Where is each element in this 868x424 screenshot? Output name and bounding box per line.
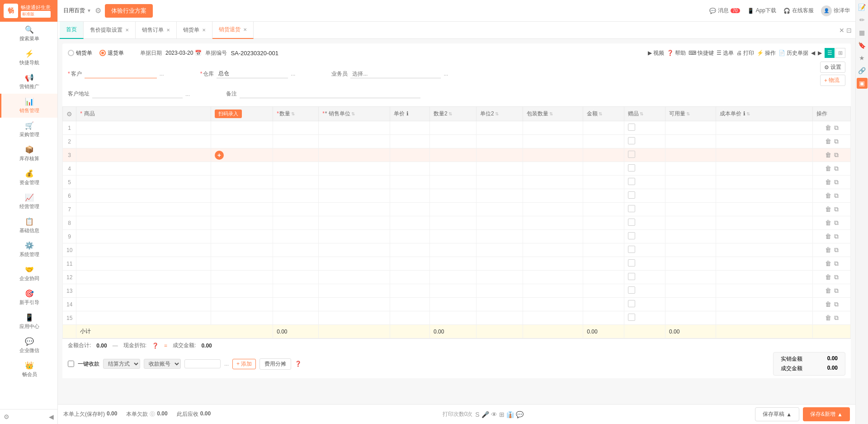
avail-cell[interactable] bbox=[665, 176, 716, 189]
qty-cell[interactable] bbox=[273, 148, 319, 162]
cost-cell[interactable] bbox=[716, 257, 813, 271]
grid-icon[interactable]: ⊞ bbox=[499, 411, 505, 418]
gift-checkbox[interactable] bbox=[628, 205, 635, 212]
customer-input[interactable] bbox=[85, 70, 157, 78]
sort-icon-qty2[interactable]: ⇅ bbox=[448, 111, 452, 116]
unit2-cell[interactable] bbox=[476, 257, 523, 271]
avail-cell[interactable] bbox=[665, 148, 716, 162]
list-view-btn[interactable]: ⊞ bbox=[835, 48, 845, 58]
sort-icon-gift[interactable]: ⇅ bbox=[640, 111, 643, 116]
gift-cell[interactable] bbox=[624, 271, 665, 284]
product-cell[interactable] bbox=[76, 216, 211, 230]
app-download-btn[interactable]: 📱 App下载 bbox=[747, 7, 776, 14]
qty-cell[interactable] bbox=[273, 203, 319, 216]
tab-sales-return[interactable]: 销货退货✕ bbox=[212, 22, 254, 39]
note-input[interactable] bbox=[240, 90, 420, 98]
gift-checkbox[interactable] bbox=[628, 219, 635, 226]
avail-cell[interactable] bbox=[665, 298, 716, 311]
message-btn[interactable]: 💬 消息 70 bbox=[709, 7, 740, 14]
avail-cell[interactable] bbox=[665, 243, 716, 257]
delete-row-icon[interactable]: 🗑 bbox=[825, 300, 831, 308]
gift-cell[interactable] bbox=[624, 257, 665, 271]
rp-edit-icon[interactable]: ✏ bbox=[857, 14, 868, 25]
price-cell[interactable] bbox=[390, 148, 430, 162]
rp-star-icon[interactable]: ★ bbox=[857, 52, 868, 63]
amount-cell[interactable] bbox=[583, 176, 624, 189]
unit2-cell[interactable] bbox=[476, 148, 523, 162]
avail-cell[interactable] bbox=[665, 284, 716, 298]
price-cell[interactable] bbox=[390, 121, 430, 135]
qty-cell[interactable] bbox=[273, 135, 319, 148]
product-cell[interactable] bbox=[76, 121, 211, 135]
gift-checkbox[interactable] bbox=[628, 178, 635, 185]
qty2-cell[interactable] bbox=[430, 135, 476, 148]
sidebar-item-inventory[interactable]: 📦库存核算 bbox=[0, 142, 57, 166]
amount-cell[interactable] bbox=[583, 298, 624, 311]
gift-checkbox[interactable] bbox=[628, 246, 635, 253]
staff-dots[interactable]: ... bbox=[443, 71, 448, 77]
delete-row-icon[interactable]: 🗑 bbox=[825, 260, 831, 267]
qty-cell[interactable] bbox=[273, 162, 319, 176]
delete-row-icon[interactable]: 🗑 bbox=[825, 233, 831, 240]
sidebar-item-finance[interactable]: 💰资金管理 bbox=[0, 166, 57, 190]
avail-cell[interactable] bbox=[665, 162, 716, 176]
rp-bookmark-icon[interactable]: 🔖 bbox=[857, 40, 868, 51]
price-cell[interactable] bbox=[390, 176, 430, 189]
prev-icon[interactable]: ◀ bbox=[811, 50, 815, 56]
sidebar-collapse-icon[interactable]: ◀ bbox=[49, 413, 54, 420]
qty-cell[interactable] bbox=[273, 121, 319, 135]
gift-checkbox[interactable] bbox=[628, 286, 635, 294]
cost-cell[interactable] bbox=[716, 243, 813, 257]
delete-row-icon[interactable]: 🗑 bbox=[825, 219, 831, 227]
copy-row-icon[interactable]: ⧉ bbox=[834, 233, 839, 240]
unit-cell[interactable] bbox=[319, 230, 390, 243]
amount-cell[interactable] bbox=[583, 230, 624, 243]
gift-cell[interactable] bbox=[624, 189, 665, 203]
sidebar-item-marketing[interactable]: 📢营销推广 bbox=[0, 70, 57, 94]
print-btn[interactable]: 🖨 打印 bbox=[736, 49, 754, 57]
tab-sales-order[interactable]: 销售订单✕ bbox=[136, 22, 177, 39]
delete-row-icon[interactable]: 🗑 bbox=[825, 205, 831, 213]
gear-icon[interactable]: ⚙ bbox=[66, 110, 72, 118]
gift-checkbox[interactable] bbox=[628, 164, 635, 172]
copy-row-icon[interactable]: ⧉ bbox=[834, 300, 839, 308]
help-btn[interactable]: ❓ 帮助 bbox=[667, 49, 686, 57]
customer-dots[interactable]: ... bbox=[160, 71, 164, 77]
setting-btn[interactable]: ⚙ 设置 bbox=[820, 62, 845, 73]
sidebar-item-operation[interactable]: 📈经营管理 bbox=[0, 190, 57, 214]
pack-cell[interactable] bbox=[523, 257, 583, 271]
price-cell[interactable] bbox=[390, 298, 430, 311]
unit2-cell[interactable] bbox=[476, 298, 523, 311]
unit2-cell[interactable] bbox=[476, 121, 523, 135]
sort-icon-cost[interactable]: ⇅ bbox=[746, 111, 750, 116]
rp-table-icon[interactable]: ▦ bbox=[857, 27, 868, 38]
copy-row-icon[interactable]: ⧉ bbox=[834, 192, 839, 200]
gift-checkbox[interactable] bbox=[628, 300, 635, 307]
qty-cell[interactable] bbox=[273, 271, 319, 284]
unit2-cell[interactable] bbox=[476, 176, 523, 189]
qty2-cell[interactable] bbox=[430, 148, 476, 162]
pack-cell[interactable] bbox=[523, 311, 583, 325]
unit-cell[interactable] bbox=[319, 162, 390, 176]
amount-cell[interactable] bbox=[583, 203, 624, 216]
online-service-btn[interactable]: 🎧 在线客服 bbox=[783, 7, 814, 14]
cost-cell[interactable] bbox=[716, 148, 813, 162]
price-cell[interactable] bbox=[390, 189, 430, 203]
radio-delivery[interactable]: 销货单 bbox=[68, 49, 92, 57]
date-picker[interactable]: 2023-03-20 📅 bbox=[165, 50, 202, 56]
settlement-select[interactable]: 结算方式 bbox=[103, 359, 140, 369]
product-cell[interactable] bbox=[76, 176, 211, 189]
person-icon[interactable]: 👔 bbox=[506, 411, 514, 418]
amount-cell[interactable] bbox=[583, 271, 624, 284]
close-sales-return-icon[interactable]: ✕ bbox=[243, 27, 247, 32]
cost-cell[interactable] bbox=[716, 230, 813, 243]
pack-cell[interactable] bbox=[523, 203, 583, 216]
radio-return[interactable]: 退货单 bbox=[99, 49, 124, 57]
user-profile[interactable]: 👤 徐泽华 bbox=[821, 5, 850, 16]
price-cell[interactable] bbox=[390, 216, 430, 230]
tab-sales-delivery[interactable]: 销货单✕ bbox=[177, 22, 212, 39]
sidebar-item-member[interactable]: 👑畅会员 bbox=[0, 357, 57, 381]
warehouse-input[interactable] bbox=[217, 70, 288, 78]
qty2-cell[interactable] bbox=[430, 311, 476, 325]
gift-cell[interactable] bbox=[624, 311, 665, 325]
